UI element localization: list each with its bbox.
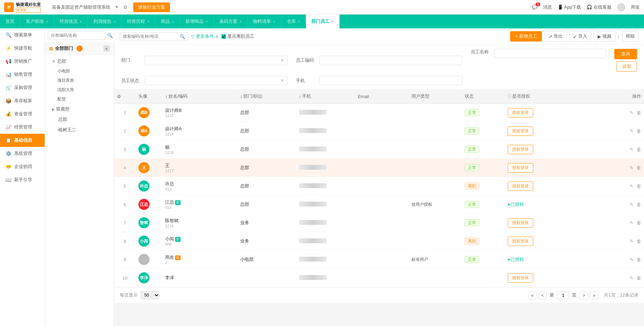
- auth-login-button[interactable]: 授权登录: [508, 218, 533, 228]
- delete-icon[interactable]: 🗑: [636, 147, 641, 152]
- close-icon[interactable]: ×: [80, 19, 82, 24]
- next-page-btn[interactable]: >: [579, 291, 588, 299]
- sidebar-item-search[interactable]: 🔍 搜索菜单: [0, 28, 45, 42]
- trial-button[interactable]: 体验行业方案: [133, 2, 170, 12]
- th-gear[interactable]: ⚙: [114, 90, 136, 103]
- th-name[interactable]: ↕姓名/编码: [162, 90, 237, 103]
- first-page-btn[interactable]: «: [528, 291, 537, 299]
- search-input[interactable]: [123, 34, 178, 39]
- per-page-select[interactable]: 50 100: [140, 291, 160, 299]
- help-button[interactable]: 帮助: [622, 31, 638, 42]
- app-download-link[interactable]: 📱 App下载: [557, 4, 581, 10]
- sidebar-item-purchase[interactable]: 🛒 采购管理: [0, 81, 45, 94]
- edit-icon[interactable]: ✎: [629, 220, 634, 226]
- import-button[interactable]: ↙ 导入: [569, 31, 591, 42]
- edit-icon[interactable]: ✎: [629, 110, 634, 115]
- delete-icon[interactable]: 🗑: [636, 257, 641, 262]
- close-icon[interactable]: ×: [147, 19, 149, 24]
- auth-login-button[interactable]: 授权登录: [508, 273, 533, 283]
- dept-subnode-shenyang[interactable]: 沈阳大库: [45, 85, 114, 95]
- sort-phone[interactable]: ↕手机: [299, 93, 352, 99]
- edit-icon[interactable]: ✎: [629, 183, 634, 189]
- edit-icon[interactable]: ✎: [629, 202, 634, 207]
- th-dept[interactable]: ↕部门/职位: [237, 90, 296, 103]
- sidebar-item-biz[interactable]: 📈 经营管理: [0, 121, 45, 134]
- export-button[interactable]: ↗ 导出: [545, 31, 566, 42]
- add-employee-button[interactable]: + 新增员工: [510, 31, 542, 42]
- sys-dropdown-icon[interactable]: ▼: [115, 5, 119, 10]
- auth-login-button[interactable]: 授权登录: [508, 126, 533, 136]
- tab-history[interactable]: 经营历程 ×: [121, 15, 155, 28]
- phone-input[interactable]: [319, 76, 462, 85]
- tab-warehouse[interactable]: 仓库 ×: [281, 15, 306, 28]
- sidebar-item-collab[interactable]: 🤝 企业协同: [0, 160, 45, 173]
- tab-add-goods[interactable]: 新增商品 ×: [180, 15, 214, 28]
- delete-icon[interactable]: 🗑: [636, 275, 641, 281]
- sort-name[interactable]: ↕姓名/编码: [165, 93, 235, 99]
- prev-page-btn[interactable]: <: [538, 291, 547, 299]
- edit-icon[interactable]: ✎: [629, 165, 634, 170]
- th-phone[interactable]: ↕手机: [296, 90, 355, 103]
- close-icon[interactable]: ×: [172, 19, 174, 24]
- delete-icon[interactable]: 🗑: [636, 238, 641, 244]
- online-service-link[interactable]: 🎧 在线客服: [587, 4, 611, 10]
- page-input[interactable]: [557, 291, 569, 299]
- tab-home[interactable]: 首页: [0, 15, 20, 28]
- auth-login-button[interactable]: 授权登录: [508, 145, 533, 154]
- tab-barcode[interactable]: 条码方案 ×: [214, 15, 247, 28]
- delete-icon[interactable]: 🗑: [636, 202, 641, 207]
- auth-login-button[interactable]: 授权登录: [508, 237, 533, 246]
- edit-icon[interactable]: ✎: [629, 147, 634, 152]
- sort-dept[interactable]: ↕部门/职位: [240, 93, 293, 99]
- user-avatar[interactable]: [617, 3, 625, 11]
- delete-icon[interactable]: 🗑: [636, 183, 641, 189]
- tab-operation[interactable]: 经营情况 ×: [54, 15, 88, 28]
- tab-bom[interactable]: 物料清单 ×: [247, 15, 281, 28]
- tab-customer[interactable]: 客户联络 ×: [20, 15, 54, 28]
- sidebar-item-guide[interactable]: 📖 新手引导: [0, 173, 45, 186]
- tab-employees[interactable]: 部门员工 ×: [306, 15, 339, 28]
- query-button[interactable]: 查询: [614, 49, 637, 59]
- sidebar-item-marketing[interactable]: 📢 营销推广: [0, 55, 45, 68]
- dept-select[interactable]: ▼: [145, 56, 288, 65]
- close-icon[interactable]: ×: [298, 19, 300, 24]
- sidebar-item-finance[interactable]: 💰 资金管理: [0, 107, 45, 121]
- sidebar-item-inventory[interactable]: 📦 库存核算: [0, 94, 45, 107]
- close-icon[interactable]: ×: [114, 19, 116, 24]
- sidebar-item-basic[interactable]: 📋 基础信息: [0, 134, 45, 147]
- delete-icon[interactable]: 🗑: [636, 110, 641, 115]
- dept-subnode-peihuo[interactable]: 配货: [45, 95, 114, 104]
- dept-subnode-xiangmu[interactable]: 项目库房: [45, 76, 114, 85]
- close-icon[interactable]: ×: [46, 19, 48, 24]
- delete-icon[interactable]: 🗑: [636, 165, 641, 170]
- close-icon[interactable]: ×: [273, 19, 275, 24]
- dept-node-shuanglu[interactable]: ▶ 双鹿想: [45, 104, 114, 114]
- dept-node-zongbu2[interactable]: 总部: [45, 114, 114, 125]
- edit-icon[interactable]: ✎: [629, 275, 634, 281]
- close-icon[interactable]: ×: [206, 19, 208, 24]
- auth-login-button[interactable]: 授权登录: [508, 182, 533, 191]
- emp-name-input[interactable]: [494, 49, 606, 58]
- gear-button[interactable]: ⚙: [123, 5, 128, 10]
- edit-icon[interactable]: ✎: [629, 257, 634, 262]
- emp-status-select[interactable]: ▼: [145, 76, 288, 85]
- sidebar-item-quick[interactable]: ⚡ 快捷导航: [0, 42, 45, 55]
- sidebar-item-system[interactable]: ⚙️ 系统管理: [0, 147, 45, 160]
- view-button[interactable]: ▶ 视频: [594, 31, 615, 42]
- close-icon[interactable]: ×: [332, 19, 334, 24]
- delete-icon[interactable]: 🗑: [636, 220, 641, 226]
- search-icon[interactable]: 🔍: [180, 34, 185, 39]
- emp-code-input[interactable]: [319, 56, 462, 65]
- tab-goods[interactable]: 商品 ×: [155, 15, 180, 28]
- show-retired-checkbox[interactable]: 显示离职员工: [221, 33, 254, 39]
- filter-btn[interactable]: ▽ 更多条件 ∧: [191, 33, 219, 39]
- dept-search-icon[interactable]: 🔍: [107, 33, 113, 38]
- delete-icon[interactable]: 🗑: [636, 128, 641, 134]
- notification-icon[interactable]: 💬 5: [532, 5, 537, 10]
- dept-search-input[interactable]: [48, 31, 106, 39]
- auth-login-button[interactable]: 授权登录: [508, 108, 533, 117]
- close-icon[interactable]: ×: [239, 19, 242, 24]
- last-page-btn[interactable]: »: [590, 291, 598, 299]
- tab-profit[interactable]: 利润报告 ×: [88, 15, 121, 28]
- edit-icon[interactable]: ✎: [629, 128, 634, 134]
